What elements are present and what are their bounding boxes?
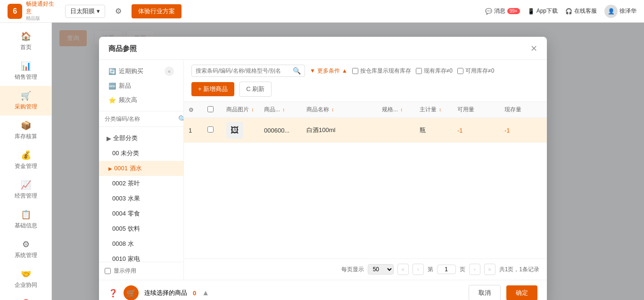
row-available-cell: -1 — [453, 118, 500, 143]
category-tea-label: 0002 茶叶 — [112, 179, 140, 188]
sidebar-item-basic-info[interactable]: 📋 基础信息 — [0, 205, 51, 234]
category-search-input[interactable] — [105, 116, 175, 122]
nonzero-stock-label: 现有库存≠0 — [424, 67, 453, 75]
per-page-select[interactable]: 50 100 200 — [368, 264, 394, 275]
selected-count: 0 — [193, 290, 196, 297]
product-available: -1 — [457, 127, 463, 134]
quick-frequent[interactable]: ⭐ 频次高 — [105, 93, 178, 107]
add-product-button[interactable]: + 新增商品 — [191, 82, 234, 96]
image-sort-icon[interactable]: ↕ — [251, 107, 254, 112]
dialog-body: 🔄 近期购买 « 🆕 新品 ⭐ 频次高 — [99, 60, 547, 280]
store-name: 日太阳膜 — [70, 7, 95, 16]
name-sort-icon[interactable]: ↕ — [331, 107, 334, 112]
table-row[interactable]: 1 🖼 000600... — [184, 118, 547, 143]
code-sort-icon[interactable]: ↕ — [282, 107, 285, 112]
sidebar-item-home[interactable]: 🏠 首页 — [0, 26, 51, 56]
logo-icon: 6 — [8, 4, 22, 19]
last-page-button[interactable]: » — [484, 264, 495, 275]
collapse-btn[interactable]: « — [165, 67, 174, 76]
settings-icon[interactable]: ⚙ — [111, 4, 126, 19]
cancel-button[interactable]: 取消 — [469, 285, 501, 300]
warehouse-stock-checkbox[interactable] — [352, 68, 358, 74]
more-filter-button[interactable]: ▼ 更多条件 ▲ — [310, 67, 347, 75]
sidebar-label-sales: 销售管理 — [15, 73, 37, 81]
sidebar-item-collab[interactable]: 🤝 企业协同 — [0, 264, 51, 294]
experience-button[interactable]: 体验行业方案 — [132, 4, 182, 18]
new-label: 新品 — [119, 82, 131, 90]
inventory-icon: 📦 — [21, 120, 31, 131]
logo-area: 6 畅捷通好生意 精品版 — [8, 0, 59, 22]
confirm-button[interactable]: 确定 — [506, 285, 537, 300]
available-stock-filter[interactable]: 可用库存≠0 — [457, 67, 494, 75]
user-avatar: 👤 — [604, 5, 618, 18]
category-search-area: 🔍 — [99, 111, 183, 127]
page-num-label: 第 — [428, 266, 433, 274]
store-selector[interactable]: 日太阳膜 ▾ — [65, 5, 105, 18]
sidebar-item-inventory[interactable]: 📦 库存核算 — [0, 116, 51, 145]
headset-icon: 🎧 — [565, 8, 572, 15]
finance-icon: 💰 — [21, 150, 31, 160]
top-navigation: 6 畅捷通好生意 精品版 日太阳膜 ▾ ⚙ 体验行业方案 💬 消息 99+ 📱 … — [0, 0, 644, 23]
messages-label: 消息 — [494, 7, 505, 15]
first-page-button[interactable]: « — [397, 264, 409, 275]
warehouse-stock-label: 按仓库显示现有库存 — [360, 67, 411, 75]
sidebar-item-system[interactable]: ⚙ 系统管理 — [0, 234, 51, 264]
recent-icon: 🔄 — [108, 68, 116, 75]
category-fruit[interactable]: 0003 水果 — [99, 191, 183, 206]
sidebar-item-operations[interactable]: 📈 经营管理 — [0, 175, 51, 205]
display-disabled-checkbox[interactable] — [105, 268, 111, 274]
category-beverage[interactable]: 0005 饮料 — [99, 221, 183, 236]
system-icon: ⚙ — [22, 239, 30, 250]
page-number-input[interactable] — [437, 265, 456, 274]
th-checkbox — [203, 102, 222, 118]
messages-item[interactable]: 💬 消息 99+ — [485, 7, 520, 15]
sidebar-item-sales[interactable]: 📊 销售管理 — [0, 56, 51, 86]
nonzero-stock-checkbox[interactable] — [416, 68, 422, 74]
sidebar-item-finance[interactable]: 💰 资金管理 — [0, 145, 51, 175]
product-search-input[interactable] — [196, 67, 290, 74]
user-area[interactable]: 👤 徐泽华 — [604, 5, 636, 18]
category-panel: 🔄 近期购买 « 🆕 新品 ⭐ 频次高 — [99, 60, 184, 280]
category-all[interactable]: ▶ 全部分类 — [99, 131, 183, 146]
category-appliance[interactable]: 0010 家电 — [99, 251, 183, 262]
sidebar-label-operations: 经营管理 — [15, 192, 37, 200]
th-image: 商品图片 ↕ — [222, 102, 259, 118]
message-badge: 99+ — [507, 8, 520, 14]
next-page-button[interactable]: › — [469, 264, 480, 275]
help-icon[interactable]: ❓ — [108, 289, 118, 298]
table-settings-icon[interactable]: ⚙ — [189, 107, 194, 113]
nonzero-stock-filter[interactable]: 现有库存≠0 — [416, 67, 453, 75]
category-snack[interactable]: 0004 零食 — [99, 206, 183, 221]
row-checkbox[interactable] — [207, 126, 214, 133]
th-settings: ⚙ — [184, 102, 203, 118]
dialog-close-button[interactable]: ✕ — [530, 43, 537, 54]
sidebar-item-purchase[interactable]: 🛒 采购管理 — [0, 86, 51, 116]
quick-new-product[interactable]: 🆕 新品 — [105, 79, 178, 93]
refresh-button[interactable]: C 刷新 — [239, 82, 272, 97]
right-panel: 🔍 ▼ 更多条件 ▲ 按仓库显示现有库存 — [184, 60, 547, 280]
sidebar-label-finance: 资金管理 — [15, 162, 37, 170]
prev-page-button[interactable]: ‹ — [413, 264, 424, 275]
category-liquor[interactable]: ▶ 0001 酒水 — [99, 161, 183, 176]
sidebar: 🏠 首页 📊 销售管理 🛒 采购管理 📦 库存核算 💰 资金管理 📈 经营管理 … — [0, 23, 52, 300]
select-all-checkbox[interactable] — [207, 106, 214, 112]
app-download-item[interactable]: 📱 App下载 — [528, 7, 558, 15]
category-search-icon[interactable]: 🔍 — [178, 115, 184, 123]
logo-badge: 精品版 — [26, 15, 59, 22]
product-search-icon[interactable]: 🔍 — [293, 67, 301, 75]
category-uncategorized[interactable]: 00 未分类 — [99, 146, 183, 161]
footer-collapse-icon[interactable]: ▲ — [202, 289, 209, 297]
pagination-area: 每页显示 50 100 200 « ‹ 第 页 › » 共1页，1条记 — [184, 258, 547, 280]
spec-sort-icon[interactable]: ↕ — [400, 107, 403, 112]
available-stock-checkbox[interactable] — [457, 68, 463, 74]
quick-recent-purchase[interactable]: 🔄 近期购买 « — [105, 64, 178, 79]
row-checkbox-cell — [203, 118, 222, 143]
category-water[interactable]: 0008 水 — [99, 236, 183, 251]
sidebar-item-guide[interactable]: 🎯 新手引导 — [0, 294, 51, 300]
online-service-item[interactable]: 🎧 在线客服 — [565, 7, 597, 15]
unit-sort-icon[interactable]: ↕ — [439, 107, 441, 112]
nav-right-area: 💬 消息 99+ 📱 App下载 🎧 在线客服 👤 徐泽华 — [485, 5, 636, 18]
sidebar-label-home: 首页 — [20, 43, 32, 51]
warehouse-stock-filter[interactable]: 按仓库显示现有库存 — [352, 67, 411, 75]
category-tea[interactable]: 0002 茶叶 — [99, 176, 183, 191]
